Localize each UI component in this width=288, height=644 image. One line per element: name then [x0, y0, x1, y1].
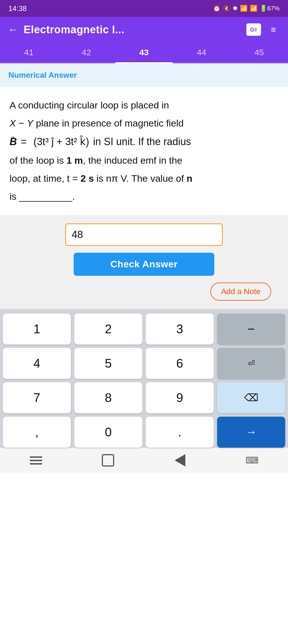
key-2[interactable]: 2: [74, 314, 142, 345]
enter-arrow-icon: →: [246, 426, 257, 438]
wifi-icon: 📶: [240, 5, 248, 12]
question-line-5: loop, at time, t = 2 s is nπ V. The valu…: [10, 170, 278, 186]
signal-icon: 📶: [250, 5, 257, 12]
nav-keyboard-button[interactable]: ⌨: [244, 455, 260, 466]
add-note-button[interactable]: Add a Note: [210, 283, 271, 301]
key-space[interactable]: ⏎: [217, 348, 285, 379]
question-line-2: X − Y plane in presence of magnetic fiel…: [10, 115, 278, 131]
key-7[interactable]: 7: [3, 382, 71, 413]
keyboard-row-4: , 0 . →: [3, 417, 285, 448]
bottom-navigation: ⌨: [0, 448, 288, 473]
tab-41[interactable]: 41: [0, 42, 58, 63]
key-6[interactable]: 6: [146, 348, 214, 379]
keyboard-row-1: 1 2 3 −: [3, 314, 285, 345]
answer-section: Check Answer Add a Note: [0, 215, 288, 309]
hamburger-icon: [30, 456, 42, 465]
menu-button[interactable]: ≡: [267, 23, 280, 36]
nav-menu-button[interactable]: [28, 455, 44, 466]
key-9[interactable]: 9: [146, 382, 214, 413]
space-icon: ⏎: [248, 358, 255, 368]
key-0[interactable]: 0: [74, 417, 142, 448]
battery-display: 🔋67%: [260, 5, 280, 12]
key-comma[interactable]: ,: [3, 417, 71, 448]
answer-input-field[interactable]: [65, 223, 223, 246]
key-backspace[interactable]: ⌫: [217, 382, 285, 413]
tab-42[interactable]: 42: [58, 42, 115, 63]
key-1[interactable]: 1: [3, 314, 71, 345]
time-display: 14:38: [8, 4, 27, 13]
tab-45[interactable]: 45: [230, 42, 288, 63]
question-type-label: Numerical Answer: [8, 71, 280, 80]
key-enter[interactable]: →: [217, 417, 285, 448]
key-4[interactable]: 4: [3, 348, 71, 379]
status-bar: 14:38 ⏰ 🔇 ✱ 📶 📶 🔋67%: [0, 0, 288, 17]
check-answer-button[interactable]: Check Answer: [74, 253, 214, 276]
keyboard-row-3: 7 8 9 ⌫: [3, 382, 285, 413]
tab-43[interactable]: 43: [115, 42, 173, 63]
question-line-3: → B = (3t³ ĵ + 3t² k̂) in SI unit. If th…: [10, 133, 278, 150]
key-dot[interactable]: .: [146, 417, 214, 448]
question-line-4: of the loop is 1 m, the induced emf in t…: [10, 152, 278, 168]
numeric-keyboard: 1 2 3 − 4 5 6 ⏎ 7 8 9 ⌫ , 0 . →: [0, 309, 288, 448]
top-nav-bar: ← Electromagnetic I... Gт ≡: [0, 17, 288, 42]
question-content: A conducting circular loop is placed in …: [0, 87, 288, 215]
question-line-6: is __________.: [10, 188, 278, 204]
alarm-icon: ⏰: [213, 5, 220, 12]
key-minus[interactable]: −: [217, 314, 285, 345]
backspace-icon: ⌫: [244, 392, 258, 404]
nav-back-button[interactable]: [172, 455, 188, 466]
status-icons: ⏰ 🔇 ✱ 📶 📶 🔋67%: [213, 5, 280, 12]
translate-button[interactable]: Gт: [246, 23, 261, 36]
key-8[interactable]: 8: [74, 382, 142, 413]
back-button[interactable]: ←: [8, 24, 18, 35]
question-section: Numerical Answer: [0, 63, 288, 87]
bluetooth-icon: ✱: [233, 5, 238, 12]
translate-icon-label: Gт: [250, 26, 257, 33]
keyboard-icon: ⌨: [246, 455, 258, 466]
keyboard-row-2: 4 5 6 ⏎: [3, 348, 285, 379]
tab-44[interactable]: 44: [173, 42, 230, 63]
question-line-1: A conducting circular loop is placed in: [10, 97, 278, 113]
key-5[interactable]: 5: [74, 348, 142, 379]
page-title: Electromagnetic I...: [24, 24, 241, 36]
nav-home-button[interactable]: [100, 455, 116, 466]
home-square-icon: [102, 454, 114, 467]
back-triangle-icon: [175, 454, 185, 467]
mute-icon: 🔇: [223, 5, 230, 12]
nav-action-icons: Gт ≡: [246, 23, 280, 36]
key-3[interactable]: 3: [146, 314, 214, 345]
menu-icon: ≡: [271, 25, 276, 35]
question-tabs: 41 42 43 44 45: [0, 42, 288, 63]
